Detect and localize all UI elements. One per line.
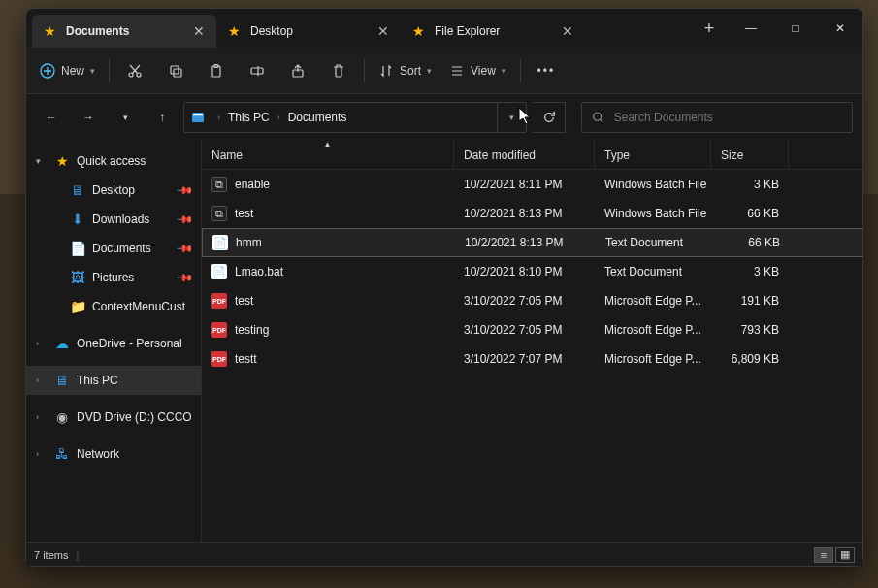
cloud-icon: ☁ <box>53 336 71 351</box>
chevron-right-icon: › <box>36 376 48 385</box>
breadcrumb-item[interactable]: This PC <box>226 111 272 124</box>
address-bar[interactable]: › This PC › Documents ▾ <box>183 102 527 133</box>
share-icon <box>290 63 306 79</box>
column-header-size[interactable]: Size <box>711 141 789 169</box>
sidebar-item-onedrive[interactable]: › ☁ OneDrive - Personal <box>26 329 201 358</box>
file-icon: 📄 <box>211 264 227 279</box>
file-row[interactable]: PDFtest 3/10/2022 7:05 PM Microsoft Edge… <box>202 286 862 315</box>
back-button[interactable]: ← <box>36 102 67 133</box>
more-button[interactable]: ••• <box>527 53 566 88</box>
sidebar-item[interactable]: 📁 ContextMenuCust <box>26 292 201 321</box>
search-box[interactable] <box>581 102 853 133</box>
rename-button[interactable] <box>238 53 276 88</box>
minimize-button[interactable]: — <box>729 9 773 48</box>
chevron-down-icon: ▾ <box>502 66 506 76</box>
close-button[interactable]: ✕ <box>818 9 862 48</box>
tab[interactable]: ★ File Explorer ✕ <box>401 15 585 48</box>
disc-icon: ◉ <box>53 409 71 425</box>
details-view-button[interactable]: ≡ <box>814 547 833 563</box>
new-tab-button[interactable]: + <box>690 9 729 48</box>
delete-button[interactable] <box>319 53 358 88</box>
rename-icon <box>249 63 265 79</box>
file-name: enable <box>235 178 270 191</box>
recent-dropdown-button[interactable]: ▾ <box>110 102 141 133</box>
sidebar-item-label: Documents <box>92 242 151 255</box>
svg-point-1 <box>129 73 133 77</box>
file-type: Text Document <box>595 265 711 278</box>
maximize-button[interactable]: □ <box>773 9 818 48</box>
share-button[interactable] <box>278 53 317 88</box>
copy-icon <box>168 63 183 79</box>
file-icon: PDF <box>211 322 227 339</box>
downloads-icon: ⬇ <box>69 212 86 227</box>
body: ▾ ★ Quick access 🖥 Desktop 📌⬇ Downloads … <box>26 141 862 542</box>
divider <box>364 59 365 82</box>
close-tab-button[interactable]: ✕ <box>375 23 391 39</box>
list-icon <box>449 63 465 79</box>
file-row[interactable]: 📄Lmao.bat 10/2/2021 8:10 PM Text Documen… <box>202 257 862 286</box>
toolbar: New ▾ Sort ▾ View ▾ ••• <box>26 48 862 94</box>
paste-button[interactable] <box>197 53 236 88</box>
close-tab-button[interactable]: ✕ <box>191 23 207 39</box>
refresh-button[interactable] <box>533 102 566 133</box>
sidebar-item-network[interactable]: › 🖧 Network <box>26 440 201 469</box>
plus-circle-icon <box>40 63 55 79</box>
tab[interactable]: ★ Documents ✕ <box>32 15 216 48</box>
svg-rect-9 <box>192 113 204 122</box>
sidebar-item-dvd[interactable]: › ◉ DVD Drive (D:) CCCO <box>26 403 201 432</box>
tab-strip: ★ Documents ✕★ Desktop ✕★ File Explorer … <box>26 9 690 48</box>
column-header-name[interactable]: Name ▲ <box>202 141 454 169</box>
scissors-icon <box>127 63 143 79</box>
thumbnail-view-button[interactable]: ▦ <box>835 547 855 563</box>
file-row[interactable]: PDFtesting 3/10/2022 7:05 PM Microsoft E… <box>202 315 862 344</box>
cut-button[interactable] <box>115 53 154 88</box>
file-row[interactable]: 📄hmm 10/2/2021 8:13 PM Text Document 66 … <box>202 228 862 257</box>
file-size: 66 KB <box>712 236 790 249</box>
close-tab-button[interactable]: ✕ <box>560 23 575 39</box>
sidebar-item[interactable]: 🖥 Desktop 📌 <box>26 176 201 205</box>
search-input[interactable] <box>614 111 842 124</box>
sidebar-item-label: Pictures <box>92 271 134 284</box>
column-header-type[interactable]: Type <box>595 141 711 169</box>
file-row[interactable]: PDFtestt 3/10/2022 7:07 PM Microsoft Edg… <box>202 344 862 374</box>
folder-icon: 📁 <box>69 299 86 314</box>
breadcrumb-item[interactable]: Documents <box>286 111 349 124</box>
file-name: hmm <box>236 236 262 249</box>
up-button[interactable]: ↑ <box>146 102 178 133</box>
sidebar-item[interactable]: 🖼 Pictures 📌 <box>26 263 201 292</box>
desktop-icon: 🖥 <box>69 182 86 198</box>
star-icon: ★ <box>228 23 241 39</box>
copy-button[interactable] <box>156 53 195 88</box>
file-icon: ⧉ <box>211 206 227 221</box>
sidebar-item-this-pc[interactable]: › 🖥 This PC <box>26 366 201 395</box>
titlebar: ★ Documents ✕★ Desktop ✕★ File Explorer … <box>26 9 862 48</box>
trash-icon <box>331 63 346 79</box>
sidebar-item[interactable]: ⬇ Downloads 📌 <box>26 205 201 234</box>
pin-icon: 📌 <box>175 268 193 286</box>
file-row[interactable]: ⧉test 10/2/2021 8:13 PM Windows Batch Fi… <box>202 199 862 228</box>
file-explorer-window: ★ Documents ✕★ Desktop ✕★ File Explorer … <box>25 8 863 567</box>
sidebar-item[interactable]: 📄 Documents 📌 <box>26 234 201 263</box>
sidebar-item-label: DVD Drive (D:) CCCO <box>77 410 192 424</box>
sidebar-item-quick-access[interactable]: ▾ ★ Quick access <box>26 147 201 176</box>
file-type: Microsoft Edge P... <box>595 352 711 366</box>
forward-button[interactable]: → <box>73 102 104 133</box>
file-list[interactable]: ⧉enable 10/2/2021 8:11 PM Windows Batch … <box>202 170 862 542</box>
location-icon <box>184 110 211 125</box>
file-icon: PDF <box>211 351 227 368</box>
column-header-date[interactable]: Date modified <box>454 141 595 169</box>
network-icon: 🖧 <box>53 446 71 462</box>
sort-button[interactable]: Sort ▾ <box>371 53 439 88</box>
sidebar-item-label: Quick access <box>77 154 146 168</box>
file-size: 6,809 KB <box>711 352 789 366</box>
view-button[interactable]: View ▾ <box>441 53 514 88</box>
sidebar-item-label: ContextMenuCust <box>92 300 185 313</box>
chevron-down-icon: ▾ <box>427 66 432 76</box>
file-row[interactable]: ⧉enable 10/2/2021 8:11 PM Windows Batch … <box>202 170 862 199</box>
address-dropdown-button[interactable]: ▾ <box>497 103 526 132</box>
divider <box>109 59 110 82</box>
tab[interactable]: ★ Desktop ✕ <box>216 15 401 48</box>
divider <box>520 59 521 82</box>
star-icon: ★ <box>53 153 71 169</box>
new-button[interactable]: New ▾ <box>32 53 103 88</box>
